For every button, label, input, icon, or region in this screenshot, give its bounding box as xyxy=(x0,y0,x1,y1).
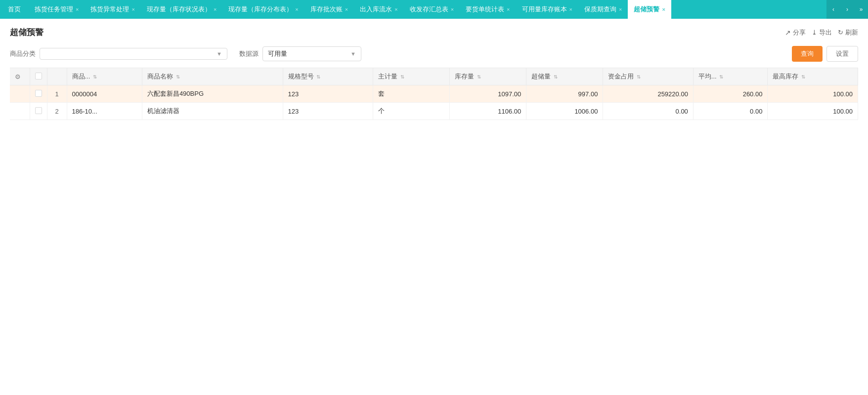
row-avg-1: 0.00 xyxy=(693,103,768,120)
row-settings-1 xyxy=(10,103,30,120)
th-settings[interactable]: ⚙ xyxy=(10,68,30,85)
nav-item-9[interactable]: 保质期查询× xyxy=(578,0,628,19)
row-over-stock-0: 997.00 xyxy=(526,85,603,103)
share-label: 分享 xyxy=(793,28,806,37)
th-row-num xyxy=(47,68,67,85)
th-checkbox[interactable] xyxy=(30,68,47,85)
filter-row: 商品分类 ▼ 数据源 可用量 ▼ 查询 设置 xyxy=(10,46,858,62)
nav-item-label-1: 拣货异常处理 xyxy=(90,5,129,14)
nav-item-close-4[interactable]: × xyxy=(345,6,348,12)
nav-item-label-6: 收发存汇总表 xyxy=(410,5,448,14)
th-max-stock[interactable]: 最高库存 ⇅ xyxy=(768,68,858,85)
settings-gear-icon: ⚙ xyxy=(15,73,21,80)
nav-item-6[interactable]: 收发存汇总表× xyxy=(404,0,460,19)
th-over-stock-sort-icon: ⇅ xyxy=(554,74,558,79)
settings-button[interactable]: 设置 xyxy=(826,46,858,62)
nav-item-10[interactable]: 超储预警× xyxy=(628,0,671,19)
row-settings-0 xyxy=(10,85,30,103)
query-button[interactable]: 查询 xyxy=(792,46,823,62)
nav-item-label-9: 保质期查询 xyxy=(584,5,616,14)
th-product-name[interactable]: 商品名称 ⇅ xyxy=(142,68,283,85)
nav-item-close-6[interactable]: × xyxy=(451,6,454,12)
th-stock-sort-icon: ⇅ xyxy=(477,74,481,79)
th-over-stock[interactable]: 超储量 ⇅ xyxy=(526,68,603,85)
th-capital-sort-icon: ⇅ xyxy=(637,74,641,79)
th-unit-sort-icon: ⇅ xyxy=(400,74,404,79)
row-product-code-0: 0000004 xyxy=(67,85,142,103)
nav-item-close-8[interactable]: × xyxy=(569,6,572,12)
nav-item-5[interactable]: 出入库流水× xyxy=(354,0,403,19)
row-checkbox-1[interactable] xyxy=(35,107,42,114)
export-icon: ⤓ xyxy=(812,29,817,36)
export-button[interactable]: ⤓ 导出 xyxy=(812,28,832,37)
nav-next-arrow[interactable]: › xyxy=(840,0,854,19)
th-product-code[interactable]: 商品... ⇅ xyxy=(67,68,142,85)
row-over-stock-1: 1006.00 xyxy=(526,103,603,120)
refresh-icon: ↻ xyxy=(838,29,843,36)
refresh-label: 刷新 xyxy=(845,28,858,37)
th-over-stock-label: 超储量 xyxy=(531,73,551,80)
nav-item-0[interactable]: 拣货任务管理× xyxy=(29,0,85,19)
category-select[interactable]: ▼ xyxy=(40,48,227,60)
nav-item-2[interactable]: 现存量（库存状况表）× xyxy=(141,0,222,19)
th-capital-label: 资金占用 xyxy=(608,73,634,80)
nav-item-label-2: 现存量（库存状况表） xyxy=(147,5,211,14)
table-header-row: ⚙ 商品... ⇅ 商品名称 ⇅ 规格型号 ⇅ xyxy=(10,68,858,85)
th-spec[interactable]: 规格型号 ⇅ xyxy=(283,68,373,85)
page-header: 超储预警 ↗ 分享 ⤓ 导出 ↻ 刷新 xyxy=(10,27,858,38)
nav-item-label-7: 要货单统计表 xyxy=(466,5,504,14)
refresh-button[interactable]: ↻ 刷新 xyxy=(838,28,858,37)
datasource-arrow-icon: ▼ xyxy=(350,51,356,57)
th-avg-label: 平均... xyxy=(698,73,717,80)
nav-item-close-0[interactable]: × xyxy=(76,6,79,12)
header-checkbox[interactable] xyxy=(35,73,42,79)
nav-item-7[interactable]: 要货单统计表× xyxy=(460,0,516,19)
nav-item-close-5[interactable]: × xyxy=(394,6,397,12)
page-content: 超储预警 ↗ 分享 ⤓ 导出 ↻ 刷新 商品分类 ▼ 数据源 xyxy=(0,19,868,128)
nav-item-4[interactable]: 库存批次账× xyxy=(304,0,354,19)
nav-item-8[interactable]: 可用量库存账本× xyxy=(516,0,578,19)
row-avg-0: 260.00 xyxy=(693,85,768,103)
nav-item-3[interactable]: 现存量（库存分布表）× xyxy=(222,0,304,19)
nav-item-close-3[interactable]: × xyxy=(295,6,298,12)
row-checkbox-cell-1[interactable] xyxy=(30,103,47,120)
th-product-name-sort-icon: ⇅ xyxy=(176,74,180,79)
th-unit[interactable]: 主计量 ⇅ xyxy=(373,68,450,85)
page-title: 超储预警 xyxy=(10,27,43,38)
row-num-1: 2 xyxy=(47,103,67,120)
nav-item-close-2[interactable]: × xyxy=(214,6,217,12)
category-label: 商品分类 xyxy=(10,49,36,58)
th-spec-label: 规格型号 xyxy=(288,73,314,80)
nav-item-close-1[interactable]: × xyxy=(131,6,134,12)
th-max-stock-sort-icon: ⇅ xyxy=(801,74,805,79)
th-avg[interactable]: 平均... ⇅ xyxy=(693,68,768,85)
th-spec-sort-icon: ⇅ xyxy=(316,74,320,79)
row-max-stock-1: 100.00 xyxy=(768,103,858,120)
nav-item-close-9[interactable]: × xyxy=(619,6,622,12)
row-checkbox-0[interactable] xyxy=(35,90,42,97)
nav-item-label-0: 拣货任务管理 xyxy=(35,5,73,14)
th-stock[interactable]: 库存量 ⇅ xyxy=(450,68,526,85)
datasource-filter: 数据源 可用量 ▼ xyxy=(239,46,361,61)
row-product-name-1: 机油滤清器 xyxy=(142,103,283,120)
datasource-select[interactable]: 可用量 ▼ xyxy=(262,46,361,61)
th-product-code-sort-icon: ⇅ xyxy=(93,74,97,79)
nav-item-label-8: 可用量库存账本 xyxy=(522,5,567,14)
th-capital[interactable]: 资金占用 ⇅ xyxy=(603,68,693,85)
nav-item-1[interactable]: 拣货异常处理× xyxy=(85,0,140,19)
row-stock-1: 1106.00 xyxy=(450,103,526,120)
nav-home[interactable]: 首页 xyxy=(0,0,29,19)
row-checkbox-cell-0[interactable] xyxy=(30,85,47,103)
datasource-value: 可用量 xyxy=(268,49,287,58)
share-button[interactable]: ↗ 分享 xyxy=(785,28,806,37)
row-unit-1: 个 xyxy=(373,103,450,120)
nav-item-close-10[interactable]: × xyxy=(662,6,665,12)
nav-item-close-7[interactable]: × xyxy=(507,6,510,12)
nav-item-label-4: 库存批次账 xyxy=(310,5,343,14)
nav-bar: 首页 拣货任务管理×拣货异常处理×现存量（库存状况表）×现存量（库存分布表）×库… xyxy=(0,0,868,19)
nav-item-label-3: 现存量（库存分布表） xyxy=(228,5,293,14)
nav-prev-arrow[interactable]: ‹ xyxy=(826,0,840,19)
nav-more-arrow[interactable]: » xyxy=(854,0,868,19)
nav-arrows: ‹ › » xyxy=(826,0,868,19)
row-stock-0: 1097.00 xyxy=(450,85,526,103)
